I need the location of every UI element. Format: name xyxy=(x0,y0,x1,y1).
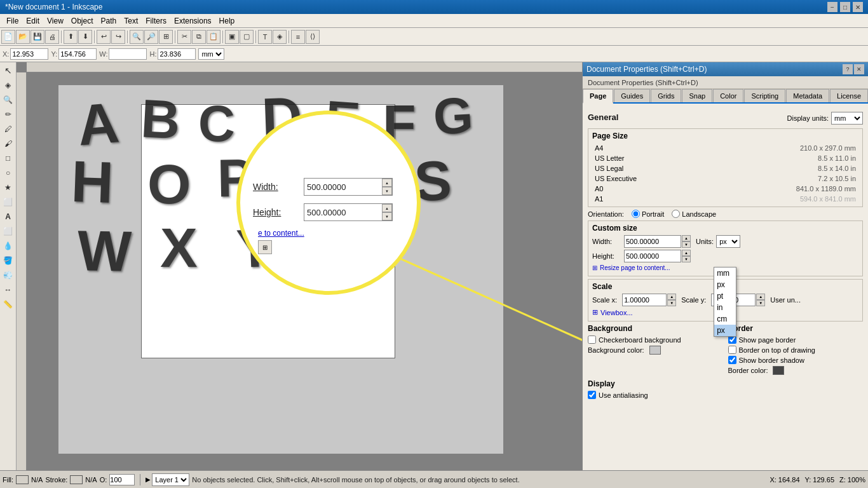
zoom-in-button[interactable]: 🔍 xyxy=(130,30,144,44)
minimize-button[interactable]: − xyxy=(827,2,837,12)
menu-view[interactable]: View xyxy=(43,15,67,27)
scale-y-spinner[interactable] xyxy=(756,294,765,306)
unit-cm[interactable]: cm xyxy=(714,313,736,325)
zoom-height-spinner[interactable] xyxy=(382,204,392,220)
rect-tool[interactable]: □ xyxy=(1,151,15,165)
connector-tool[interactable]: ↔ xyxy=(1,283,15,297)
ellipse-tool[interactable]: ○ xyxy=(1,166,15,180)
draw-pen[interactable]: 🖊 xyxy=(1,122,15,136)
tab-license[interactable]: License xyxy=(830,89,868,102)
menu-edit[interactable]: Edit xyxy=(22,15,43,27)
portrait-radio[interactable]: Portrait xyxy=(632,210,664,218)
scale-y-down[interactable] xyxy=(756,300,765,306)
paste-button[interactable]: 📋 xyxy=(207,30,220,44)
custom-width-input[interactable] xyxy=(624,235,681,248)
tab-scripting[interactable]: Scripting xyxy=(744,89,785,102)
custom-height-up[interactable] xyxy=(682,250,691,256)
zoom-width-down[interactable] xyxy=(382,187,392,195)
tab-color[interactable]: Color xyxy=(713,89,743,102)
cut-button[interactable]: ✂ xyxy=(177,30,191,44)
panel-close[interactable]: ✕ xyxy=(854,64,864,74)
text-tool[interactable]: A xyxy=(1,210,15,224)
drawing-area[interactable]: A B C D E F G H O P Q R S W X Y xyxy=(58,85,503,454)
scale-y-up[interactable] xyxy=(756,294,765,300)
ps-a4[interactable]: A4 210.0 x 297.0 mm xyxy=(592,143,858,153)
custom-width-up[interactable] xyxy=(682,235,691,241)
canvas-area[interactable]: A B C D E F G H O P Q R S W X Y xyxy=(17,62,582,470)
layer-select[interactable]: Layer 1 xyxy=(152,473,189,486)
print-button[interactable]: 🖨 xyxy=(45,30,59,44)
dropper-tool[interactable]: 💧 xyxy=(1,239,15,253)
x-input[interactable] xyxy=(10,48,48,60)
coord-unit-select[interactable]: mm px pt in cm xyxy=(198,48,224,60)
measure-tool[interactable]: 📏 xyxy=(1,297,15,311)
tab-guides[interactable]: Guides xyxy=(614,89,650,102)
menu-filters[interactable]: Filters xyxy=(142,15,170,27)
unit-px[interactable]: px xyxy=(714,279,736,290)
xml-button[interactable]: ⟨⟩ xyxy=(306,30,320,44)
stroke-swatch[interactable] xyxy=(70,475,83,484)
spray-tool[interactable]: 💨 xyxy=(1,268,15,282)
scale-x-down[interactable] xyxy=(667,300,676,306)
zoom-resize-link[interactable]: e to content... xyxy=(258,229,404,238)
menu-extensions[interactable]: Extensions xyxy=(170,15,215,27)
unit-mm[interactable]: mm xyxy=(714,268,736,279)
export-button[interactable]: ⬇ xyxy=(78,30,92,44)
fill-tool[interactable]: 🪣 xyxy=(1,254,15,268)
align-button[interactable]: ≡ xyxy=(291,30,305,44)
custom-width-spinner[interactable] xyxy=(682,235,691,248)
text-tool-btn[interactable]: T xyxy=(258,30,272,44)
custom-size-units-select[interactable]: px mm pt in cm xyxy=(716,235,740,248)
undo-button[interactable]: ↩ xyxy=(97,30,111,44)
draw-freehand[interactable]: ✏ xyxy=(1,107,15,121)
antialiasing-checkbox[interactable] xyxy=(588,391,596,399)
zoom-bottom-button[interactable]: ⊞ xyxy=(258,240,272,254)
ps-us-letter[interactable]: US Letter 8.5 x 11.0 in xyxy=(592,153,858,163)
menu-file[interactable]: File xyxy=(3,15,22,27)
custom-height-down[interactable] xyxy=(682,256,691,262)
scale-x-spinner[interactable] xyxy=(667,294,676,306)
open-button[interactable]: 📂 xyxy=(16,30,30,44)
copy-button[interactable]: ⧉ xyxy=(192,30,206,44)
gradient-tool[interactable]: ⬜ xyxy=(1,224,15,238)
ps-us-executive[interactable]: US Executive 7.2 x 10.5 in xyxy=(592,173,858,184)
zoom-height-down[interactable] xyxy=(382,212,392,220)
close-button[interactable]: ✕ xyxy=(853,2,863,12)
w-input[interactable] xyxy=(109,48,147,60)
tab-metadata[interactable]: Metadata xyxy=(786,89,829,102)
scale-x-input[interactable] xyxy=(622,294,667,306)
custom-width-down[interactable] xyxy=(682,241,691,248)
y-input[interactable] xyxy=(58,48,97,60)
tab-snap[interactable]: Snap xyxy=(682,89,712,102)
panel-help[interactable]: ? xyxy=(843,64,853,74)
ps-a0[interactable]: A0 841.0 x 1189.0 mm xyxy=(592,184,858,194)
menu-text[interactable]: Text xyxy=(120,15,142,27)
zoom-width-spinner[interactable] xyxy=(382,179,392,195)
new-button[interactable]: 📄 xyxy=(1,30,15,44)
node-tool-btn[interactable]: ◈ xyxy=(273,30,287,44)
menu-object[interactable]: Object xyxy=(67,15,97,27)
ps-a1[interactable]: A1 594.0 x 841.0 mm xyxy=(592,194,858,204)
landscape-radio[interactable]: Landscape xyxy=(672,210,716,218)
node-tool[interactable]: ◈ xyxy=(1,78,15,92)
3d-box-tool[interactable]: ⬜ xyxy=(1,195,15,209)
save-button[interactable]: 💾 xyxy=(31,30,44,44)
tab-grids[interactable]: Grids xyxy=(651,89,681,102)
zoom-fit-button[interactable]: ⊞ xyxy=(159,30,173,44)
tab-page[interactable]: Page xyxy=(583,89,613,104)
zoom-tool[interactable]: 🔍 xyxy=(1,93,15,107)
zoom-height-up[interactable] xyxy=(382,204,392,212)
zoom-out-button[interactable]: 🔎 xyxy=(144,30,158,44)
fill-swatch[interactable] xyxy=(16,475,29,484)
menu-path[interactable]: Path xyxy=(97,15,121,27)
redo-button[interactable]: ↪ xyxy=(111,30,125,44)
unit-in[interactable]: in xyxy=(714,302,736,313)
unit-px-selected[interactable]: px xyxy=(714,325,736,336)
bg-color-swatch[interactable] xyxy=(649,346,661,355)
border-color-swatch[interactable] xyxy=(773,366,784,375)
canvas-content[interactable]: A B C D E F G H O P Q R S W X Y xyxy=(27,72,582,470)
menu-help[interactable]: Help xyxy=(215,15,239,27)
scale-x-up[interactable] xyxy=(667,294,676,300)
ungroup-button[interactable]: ▢ xyxy=(240,30,254,44)
select-tool[interactable]: ↖ xyxy=(1,64,15,78)
